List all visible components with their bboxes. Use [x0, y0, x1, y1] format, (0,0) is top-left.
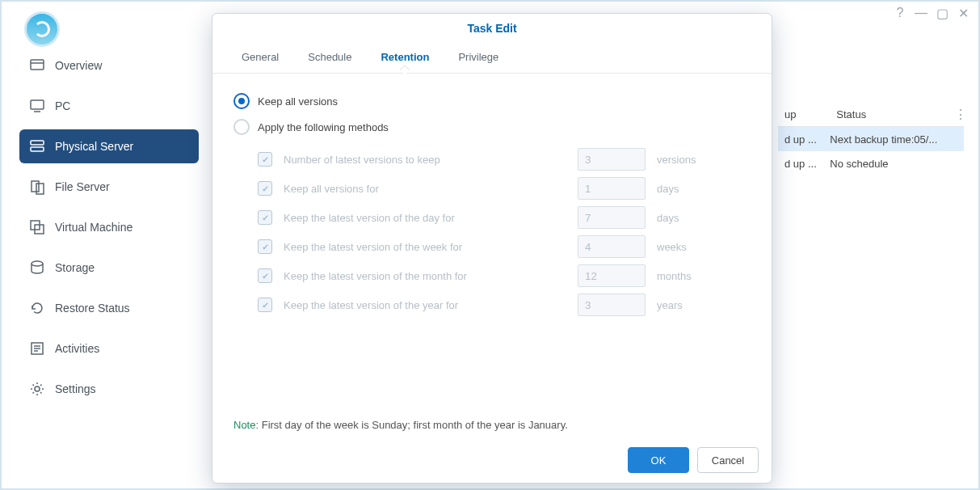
rule-unit: years [657, 299, 705, 311]
radio-icon [233, 119, 250, 135]
sidebar-item-physical-server[interactable]: Physical Server [19, 129, 199, 163]
sidebar: Overview PC Physical Server File Server … [19, 49, 199, 412]
radio-icon [233, 93, 250, 109]
note-text: First day of the week is Sunday; first m… [259, 419, 568, 431]
svg-point-15 [35, 387, 40, 391]
checkbox-icon[interactable] [258, 210, 272, 225]
svg-point-10 [32, 261, 43, 266]
retention-rule-row: Keep the latest version of the month for… [258, 261, 751, 290]
sidebar-item-label: Restore Status [55, 302, 130, 315]
retention-rule-row: Keep the latest version of the day forda… [258, 203, 751, 232]
table-row[interactable]: d up ... No schedule [778, 151, 964, 175]
overview-icon [29, 57, 45, 74]
pc-icon [29, 98, 45, 114]
checkbox-icon[interactable] [258, 181, 272, 196]
rule-unit: days [657, 212, 705, 224]
radio-keep-all-versions[interactable]: Keep all versions [233, 88, 751, 114]
vm-icon [29, 219, 45, 235]
rule-value-input[interactable] [578, 148, 646, 171]
rule-label: Number of latest versions to keep [284, 154, 566, 166]
retention-rule-row: Number of latest versions to keepversion… [258, 145, 751, 174]
gear-icon [29, 381, 45, 397]
table-cell: d up ... [784, 133, 830, 146]
dialog-tabs: General Schedule Retention Privilege [212, 43, 772, 74]
radio-label: Apply the following methods [258, 121, 389, 133]
file-server-icon [29, 179, 45, 195]
note-label: Note: [233, 419, 259, 431]
task-edit-dialog: Task Edit General Schedule Retention Pri… [212, 13, 772, 484]
radio-apply-methods[interactable]: Apply the following methods [233, 114, 751, 140]
rule-value-input[interactable] [578, 294, 646, 316]
retention-rule-row: Keep the latest version of the year fory… [258, 290, 751, 319]
checkbox-icon[interactable] [258, 298, 272, 312]
sidebar-item-settings[interactable]: Settings [19, 372, 199, 406]
minimize-button[interactable]: — [911, 4, 932, 22]
sidebar-item-storage[interactable]: Storage [19, 251, 199, 285]
svg-rect-4 [31, 141, 44, 145]
table-cell: Next backup time:05/... [830, 133, 957, 146]
rule-value-input[interactable] [578, 177, 646, 200]
checkbox-icon[interactable] [258, 268, 272, 283]
sidebar-item-overview[interactable]: Overview [19, 49, 199, 82]
svg-rect-6 [32, 181, 39, 192]
storage-icon [29, 260, 45, 276]
column-menu-icon[interactable]: ⋮ [954, 107, 964, 122]
checkbox-icon[interactable] [258, 239, 272, 254]
svg-rect-5 [31, 147, 44, 151]
maximize-button[interactable]: ▢ [932, 4, 953, 22]
rule-label: Keep the latest version of the month for [284, 270, 566, 282]
sidebar-item-label: Storage [55, 261, 95, 274]
svg-rect-2 [31, 100, 44, 109]
rule-unit: months [657, 270, 705, 282]
rule-label: Keep the latest version of the year for [284, 299, 566, 311]
close-button[interactable]: ✕ [953, 4, 974, 22]
svg-rect-0 [31, 60, 44, 70]
table-cell: d up ... [784, 158, 830, 170]
checkbox-icon[interactable] [258, 152, 272, 167]
sidebar-item-activities[interactable]: Activities [19, 332, 199, 365]
rule-value-input[interactable] [578, 264, 646, 287]
sidebar-item-pc[interactable]: PC [19, 89, 199, 123]
svg-rect-7 [36, 184, 44, 194]
sidebar-item-label: Settings [55, 382, 96, 395]
sidebar-item-label: Activities [55, 342, 99, 355]
help-button[interactable]: ? [890, 4, 911, 22]
sidebar-item-label: File Server [55, 180, 110, 193]
table-cell: No schedule [830, 158, 957, 170]
tab-privilege[interactable]: Privilege [444, 43, 513, 73]
cancel-button[interactable]: Cancel [697, 447, 759, 473]
retention-rule-row: Keep the latest version of the week forw… [258, 232, 751, 261]
sidebar-item-label: Virtual Machine [55, 221, 132, 234]
sidebar-item-label: Overview [55, 59, 102, 72]
activities-icon [29, 340, 45, 357]
rule-unit: versions [657, 154, 705, 166]
sidebar-item-virtual-machine[interactable]: Virtual Machine [19, 210, 199, 244]
tab-retention[interactable]: Retention [366, 43, 444, 73]
table-row[interactable]: d up ... Next backup time:05/... [778, 127, 964, 151]
sidebar-item-label: PC [55, 99, 70, 112]
rule-unit: days [657, 183, 705, 195]
rule-label: Keep all versions for [284, 183, 566, 195]
tab-schedule[interactable]: Schedule [293, 43, 366, 73]
sidebar-item-file-server[interactable]: File Server [19, 170, 199, 204]
footer-note: Note: First day of the week is Sunday; f… [233, 419, 568, 431]
retention-rule-row: Keep all versions fordays [258, 174, 751, 203]
table-header-cell[interactable]: Status [830, 102, 964, 127]
tab-general[interactable]: General [227, 43, 293, 73]
sidebar-item-restore-status[interactable]: Restore Status [19, 291, 199, 325]
task-table: up Status d up ... Next backup time:05/.… [778, 102, 964, 175]
ok-button[interactable]: OK [628, 447, 689, 473]
rule-label: Keep the latest version of the day for [284, 212, 566, 224]
radio-label: Keep all versions [258, 95, 338, 108]
rule-value-input[interactable] [578, 235, 646, 258]
rule-unit: weeks [657, 241, 705, 253]
rule-label: Keep the latest version of the week for [284, 241, 566, 253]
sidebar-item-label: Physical Server [55, 140, 133, 153]
rule-value-input[interactable] [578, 206, 646, 229]
dialog-title: Task Edit [212, 14, 772, 35]
table-header-cell[interactable]: up [778, 102, 830, 127]
server-icon [29, 138, 45, 154]
restore-icon [29, 300, 45, 316]
